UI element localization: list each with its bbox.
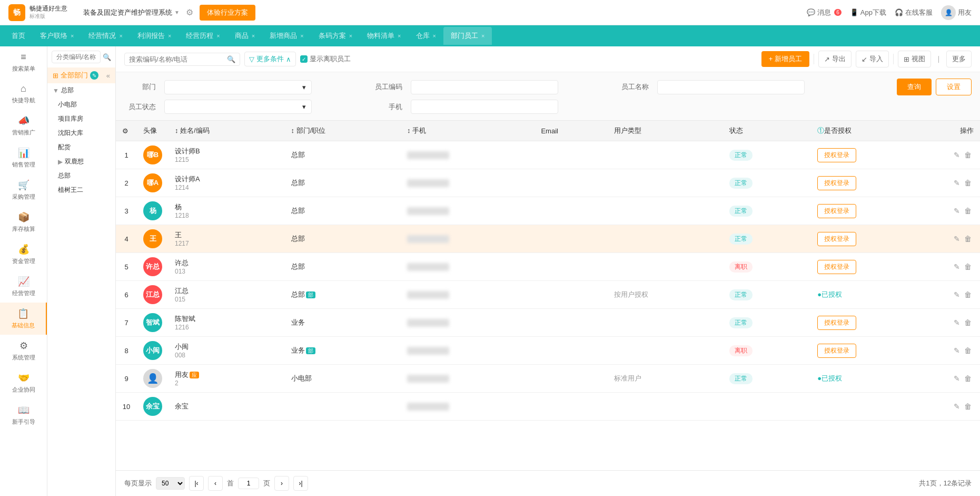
- close-tab-icon[interactable]: ×: [119, 33, 122, 39]
- edit-btn[interactable]: ✎: [952, 150, 962, 160]
- search-input[interactable]: [129, 55, 227, 63]
- edit-btn[interactable]: ✎: [952, 261, 962, 272]
- dept-search-input[interactable]: [52, 51, 101, 63]
- nav-tab-利润报告[interactable]: 利润报告×: [130, 27, 179, 45]
- dept-tree-item[interactable]: 植树王二: [47, 183, 115, 197]
- delete-btn[interactable]: 🗑: [962, 234, 974, 244]
- close-tab-icon[interactable]: ×: [481, 33, 484, 39]
- nav-tab-经营情况[interactable]: 经营情况×: [81, 27, 130, 45]
- page-size-select[interactable]: 50 20 100: [156, 477, 185, 490]
- last-page-btn[interactable]: ›|: [293, 476, 308, 491]
- dept-collapse-icon[interactable]: «: [106, 72, 110, 80]
- nav-tab-新增商品[interactable]: 新增商品×: [262, 27, 311, 45]
- auth-btn[interactable]: 授权登录: [817, 148, 856, 162]
- delete-btn[interactable]: 🗑: [962, 373, 974, 384]
- page-number-input[interactable]: [238, 478, 259, 489]
- more-btn[interactable]: 更多: [946, 51, 972, 67]
- export-btn[interactable]: ↗ 导出: [818, 51, 852, 67]
- emp-code-input[interactable]: [411, 80, 558, 94]
- delete-btn[interactable]: 🗑: [962, 261, 974, 272]
- nav-item-快捷导航[interactable]: ⌂快捷导航: [0, 78, 47, 110]
- nav-item-搜索菜单[interactable]: ≡搜索菜单: [0, 46, 47, 78]
- search-icon[interactable]: 🔍: [227, 55, 235, 63]
- show-resigned-check[interactable]: ✓ 显示离职员工: [300, 54, 351, 64]
- delete-btn[interactable]: 🗑: [962, 317, 974, 328]
- set-btn[interactable]: 设置: [936, 79, 972, 95]
- nav-tab-经营历程[interactable]: 经营历程×: [179, 27, 227, 45]
- edit-btn[interactable]: ✎: [952, 234, 962, 244]
- delete-btn[interactable]: 🗑: [962, 150, 974, 160]
- edit-btn[interactable]: ✎: [952, 178, 962, 188]
- more-options-icon[interactable]: ｜: [935, 54, 942, 64]
- dept-edit-icon[interactable]: ✎: [90, 71, 98, 80]
- nav-item-新手引导[interactable]: 📖新手引导: [0, 399, 47, 431]
- nav-tab-商品[interactable]: 商品×: [227, 27, 262, 45]
- auth-btn[interactable]: 授权登录: [817, 260, 856, 274]
- close-tab-icon[interactable]: ×: [300, 33, 303, 39]
- edit-btn[interactable]: ✎: [952, 373, 962, 384]
- auth-btn[interactable]: 授权登录: [817, 232, 856, 246]
- dept-tree-item[interactable]: ▶双鹿想: [47, 154, 115, 169]
- nav-item-企业协同[interactable]: 🤝企业协同: [0, 367, 47, 399]
- more-filters-btn[interactable]: ▽ 更多条件 ∧: [244, 52, 296, 66]
- col-phone[interactable]: ↕ 手机: [401, 121, 534, 141]
- nav-tab-首页[interactable]: 首页: [4, 27, 33, 45]
- col-name[interactable]: ↕ 姓名/编码: [169, 121, 285, 141]
- nav-item-采购管理[interactable]: 🛒采购管理: [0, 174, 47, 206]
- nav-item-营销推广[interactable]: 📣营销推广: [0, 110, 47, 142]
- col-settings[interactable]: ⚙: [116, 121, 137, 141]
- search-btn[interactable]: 查询: [897, 79, 932, 95]
- auth-btn[interactable]: 授权登录: [817, 316, 856, 330]
- delete-btn[interactable]: 🗑: [962, 401, 974, 412]
- auth-btn[interactable]: 授权登录: [817, 344, 856, 358]
- nav-tab-仓库[interactable]: 仓库×: [409, 27, 443, 45]
- dept-tree-item[interactable]: 项目库房: [47, 112, 115, 126]
- emp-status-select[interactable]: ▾: [164, 100, 312, 114]
- auth-btn[interactable]: 授权登录: [817, 176, 856, 190]
- import-btn[interactable]: ↙ 导入: [856, 51, 889, 67]
- edit-btn[interactable]: ✎: [952, 345, 962, 356]
- delete-btn[interactable]: 🗑: [962, 289, 974, 300]
- message-btn[interactable]: 💬 消息 6: [807, 8, 842, 17]
- nav-item-库存核算[interactable]: 📦库存核算: [0, 206, 47, 238]
- nav-tab-条码方案[interactable]: 条码方案×: [311, 27, 360, 45]
- first-page-btn[interactable]: |‹: [189, 476, 204, 491]
- close-tab-icon[interactable]: ×: [71, 33, 74, 39]
- dept-tree-item[interactable]: 小电部: [47, 98, 115, 112]
- delete-btn[interactable]: 🗑: [962, 345, 974, 356]
- trial-button[interactable]: 体验行业方案: [200, 5, 255, 21]
- nav-tab-部门员工[interactable]: 部门员工×: [443, 27, 492, 45]
- add-employee-btn[interactable]: + 新增员工: [761, 51, 809, 67]
- close-tab-icon[interactable]: ×: [168, 33, 171, 39]
- gear-icon[interactable]: ⚙: [186, 7, 193, 17]
- nav-item-销售管理[interactable]: 📊销售管理: [0, 142, 47, 174]
- user-menu-btn[interactable]: 👤 用友: [941, 5, 972, 20]
- next-page-btn[interactable]: ›: [274, 476, 289, 491]
- nav-item-经营管理[interactable]: 📈经营管理: [0, 270, 47, 303]
- nav-tab-客户联络[interactable]: 客户联络×: [33, 27, 81, 45]
- edit-btn[interactable]: ✎: [952, 317, 962, 328]
- close-tab-icon[interactable]: ×: [433, 33, 436, 39]
- app-download-btn[interactable]: 📱 App下载: [850, 8, 886, 17]
- dept-tree-item[interactable]: 沈阳大库: [47, 126, 115, 140]
- close-tab-icon[interactable]: ×: [398, 33, 401, 39]
- delete-btn[interactable]: 🗑: [962, 178, 974, 188]
- col-dept[interactable]: ↕ 部门/职位: [285, 121, 401, 141]
- dept-all-item[interactable]: ⊞ 全部部门 ✎ «: [47, 67, 115, 83]
- nav-tab-物料清单[interactable]: 物料清单×: [360, 27, 408, 45]
- nav-item-资金管理[interactable]: 💰资金管理: [0, 238, 47, 270]
- dept-tree-item[interactable]: 总部: [47, 169, 115, 183]
- nav-item-系统管理[interactable]: ⚙系统管理: [0, 335, 47, 367]
- emp-name-input[interactable]: [657, 80, 805, 94]
- dept-search-icon[interactable]: 🔍: [103, 53, 111, 61]
- title-dropdown-icon[interactable]: ▼: [174, 9, 180, 15]
- close-tab-icon[interactable]: ×: [349, 33, 352, 39]
- prev-page-btn[interactable]: ‹: [208, 476, 223, 491]
- edit-btn[interactable]: ✎: [952, 401, 962, 412]
- close-tab-icon[interactable]: ×: [216, 33, 220, 39]
- phone-input[interactable]: [411, 100, 558, 114]
- dept-tree-item[interactable]: 配货: [47, 140, 115, 154]
- dept-select[interactable]: ▾: [164, 80, 312, 94]
- edit-btn[interactable]: ✎: [952, 289, 962, 300]
- close-tab-icon[interactable]: ×: [252, 33, 255, 39]
